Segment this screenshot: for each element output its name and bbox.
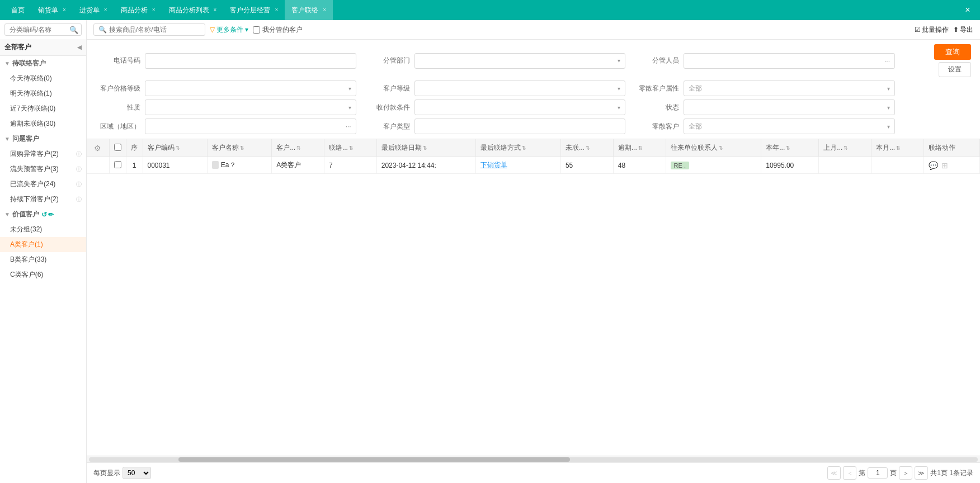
select-all-checkbox[interactable] [114,144,121,151]
query-button[interactable]: 查询 [934,44,971,60]
close-analysis-icon[interactable]: × [152,0,156,20]
sidebar-item-7days[interactable]: 近7天待联络(0) [0,101,86,116]
page-size-select[interactable]: 10 20 50 100 [123,467,151,479]
filter-price-level-input[interactable]: ▾ [145,80,356,96]
current-page-input[interactable] [868,467,888,479]
filter-search-wrapper: 🔍 [93,23,205,36]
col-customer-name[interactable]: 客户名称⇅ [207,139,271,157]
col-no-contact[interactable]: 未联...⇅ [560,139,613,157]
edit-value-icon[interactable]: ✏ [48,211,54,219]
col-last-contact-date[interactable]: 最后联络日期⇅ [376,139,475,157]
col-customer-code[interactable]: 客户编码⇅ [143,139,207,157]
sidebar-item-tomorrow[interactable]: 明天待联络(1) [0,86,86,101]
filter-dept: 分管部门 ▾ [365,53,626,69]
filter-person-input[interactable]: ··· [684,53,895,69]
sidebar-item-today[interactable]: 今天待联络(0) [0,71,86,86]
scroll-track [89,457,978,462]
last-page-button[interactable]: ≫ [915,466,928,480]
nav-item-purchase[interactable]: 进货单 × [73,0,114,20]
col-overdue[interactable]: 逾期...⇅ [613,139,666,157]
col-this-year[interactable]: 本年...⇅ [761,139,819,157]
refresh-value-icon[interactable]: ↺ [41,211,47,219]
sidebar-item-unclassified[interactable]: 未分组(32) [0,222,86,237]
footer-pagination: ≪ ＜ 第 页 ＞ ≫ 共1页 1条记录 [827,466,973,480]
nav-item-home[interactable]: 首页 [4,0,31,20]
set-button[interactable]: 设置 [939,62,971,77]
close-sales-icon[interactable]: × [63,0,66,20]
col-this-month[interactable]: 本月...⇅ [871,139,924,157]
filter-nature-label: 性质 [96,103,140,112]
nav-item-customer-contact[interactable]: 客户联络 × [285,0,333,20]
sidebar-item-churned[interactable]: 已流失客户(24) ⓘ [0,177,86,192]
row-contact-count-cell: 7 [324,157,376,174]
filter-region-label: 区域（地区） [96,122,140,131]
filter-payment-input[interactable]: ▾ [414,100,626,115]
horizontal-scrollbar[interactable] [87,456,980,462]
nav-item-analysis[interactable]: 商品分析 × [114,0,162,20]
close-analysis-list-icon[interactable]: × [214,0,217,20]
filter-dept-label: 分管部门 [365,56,410,65]
filter-search-input[interactable] [109,26,193,34]
col-checkbox[interactable] [109,139,126,157]
filter-customer-level-input[interactable]: ▾ [414,80,626,96]
grid-action-icon[interactable]: ⊞ [941,161,948,170]
chat-action-icon[interactable]: 💬 [929,161,938,170]
col-last-month[interactable]: 上月...⇅ [819,139,871,157]
group-value-customers: ▼ 价值客户 ↺ ✏ [0,207,86,222]
filter-dept-input[interactable]: ▾ [414,53,626,69]
sidebar-item-declining[interactable]: 持续下滑客户(2) ⓘ [0,192,86,207]
nav-item-sales[interactable]: 销货单 × [31,0,73,20]
col-last-contact-way[interactable]: 最后联络方式⇅ [475,139,560,157]
close-purchase-icon[interactable]: × [104,0,107,20]
sidebar-all-customers[interactable]: 全部客户 ◀ [0,39,86,56]
filter-phone-input[interactable] [145,53,356,69]
row-name-cell: Ea？ [207,157,271,174]
row-checkbox-cell[interactable] [109,157,126,174]
sidebar-item-a-class[interactable]: A类客户(1) [0,237,86,252]
filter-region-input[interactable]: ··· [145,119,356,134]
first-page-button[interactable]: ≪ [827,466,841,480]
my-customer-checkbox[interactable] [253,26,260,34]
next-page-button[interactable]: ＞ [899,466,912,480]
export-button[interactable]: ⬆ 导出 [953,25,973,35]
info-icon-repurchase: ⓘ [76,150,82,158]
filter-status-input[interactable]: ▾ [684,100,895,115]
group-arrow-value: ▼ [4,211,10,217]
sidebar-item-overdue[interactable]: 逾期未联络(30) [0,116,86,131]
filter-nature-input[interactable]: ▾ [145,100,356,115]
batch-ops-button[interactable]: ☑ 批量操作 [915,25,949,35]
filter-scattered-attr-input[interactable]: 全部▾ [684,80,895,96]
col-customer-type-header[interactable]: 客户...⇅ [272,139,324,157]
filter-more-button[interactable]: ▽ 更多条件 ▾ [210,25,248,35]
filter-customer-type-input[interactable] [414,119,626,134]
nav-item-analysis-list[interactable]: 商品分析列表 × [162,0,224,20]
sidebar-item-churn-warning[interactable]: 流失预警客户(3) ⓘ [0,162,86,177]
filter-icon: ▽ [210,26,215,34]
close-segment-icon[interactable]: × [275,0,278,20]
filter-status-label: 状态 [634,103,679,112]
row-gear-cell [87,157,109,174]
sidebar-item-c-class[interactable]: C类客户(6) [0,267,86,282]
last-way-link[interactable]: 下销货单 [480,161,507,169]
sidebar-search-icon[interactable]: 🔍 [69,26,78,34]
gear-icon[interactable]: ⚙ [94,144,101,153]
col-contact-count[interactable]: 联络...⇅ [324,139,376,157]
collapse-icon[interactable]: ◀ [77,44,82,50]
group-arrow-pending: ▼ [4,60,10,67]
adv-filter-row-1: 电话号码 分管部门 ▾ 分管人员 ··· 查询 设置 [96,44,971,77]
nav-item-customer-segment[interactable]: 客户分层经营 × [223,0,285,20]
filter-scattered-input[interactable]: 全部▾ [684,119,895,134]
row-checkbox[interactable] [114,161,121,168]
filter-my-customer[interactable]: 我分管的客户 [253,25,303,35]
col-gear[interactable]: ⚙ [87,139,109,157]
row-last-way-cell[interactable]: 下销货单 [475,157,560,174]
sidebar: 🔍 全部客户 ◀ ▼ 待联络客户 今天待联络(0) 明天待联络(1) 近7天待联… [0,20,87,483]
prev-page-button[interactable]: ＜ [843,466,856,480]
col-contacts-person[interactable]: 往来单位联系人⇅ [666,139,761,157]
table-row: 1 000031 Ea？ A类客户 7 2023-04-12 14:44: 下销… [87,157,980,174]
sidebar-item-b-class[interactable]: B类客户(33) [0,252,86,267]
sidebar-item-repurchase-abnormal[interactable]: 回购异常客户(2) ⓘ [0,146,86,162]
main-layout: 🔍 全部客户 ◀ ▼ 待联络客户 今天待联络(0) 明天待联络(1) 近7天待联… [0,20,980,483]
close-all-button[interactable]: × [960,2,976,18]
close-contact-icon[interactable]: × [323,0,326,20]
